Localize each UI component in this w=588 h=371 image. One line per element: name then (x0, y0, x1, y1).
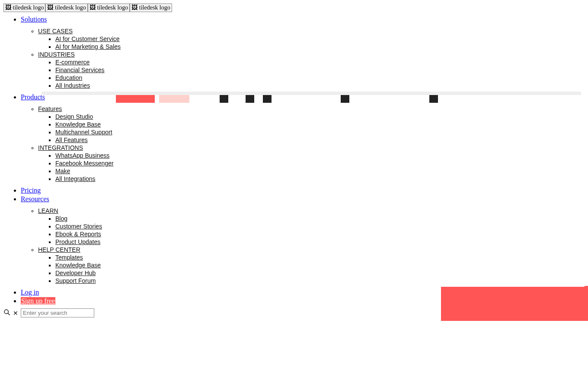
link-multichannel-support[interactable]: Multichannel Support (55, 129, 112, 136)
link-financial-services[interactable]: Financial Services (55, 67, 105, 73)
link-make[interactable]: Make (55, 168, 70, 174)
list-integrations: WhatsApp Business Facebook Messenger Mak… (38, 152, 585, 182)
link-ebook-reports[interactable]: Ebook & Reports (55, 231, 101, 238)
logo-image: tiledesk logo (88, 3, 130, 12)
link-all-industries[interactable]: All Industries (55, 82, 90, 89)
nav-products[interactable]: Products (21, 93, 45, 101)
link-customer-stories[interactable]: Customer Stories (55, 223, 102, 230)
link-all-features[interactable]: All Features (55, 136, 88, 143)
logo-link[interactable]: tiledesk logotiledesk logotiledesk logot… (3, 3, 172, 11)
search-icon[interactable] (3, 309, 10, 317)
link-knowledge-base-help[interactable]: Knowledge Base (55, 262, 101, 269)
svg-point-0 (4, 310, 8, 314)
main-nav: Solutions USE CASES AI for Customer Serv… (3, 16, 585, 305)
logo-image: tiledesk logo (3, 3, 45, 12)
svg-line-1 (8, 313, 10, 315)
list-industries: E-commerce Financial Services Education … (38, 59, 585, 89)
submenu-heading-integrations[interactable]: INTEGRATIONS (38, 144, 83, 151)
nav-signup[interactable]: Sign up free (21, 297, 55, 304)
link-education[interactable]: Education (55, 74, 82, 81)
link-ai-marketing-sales[interactable]: AI for Marketing & Sales (55, 43, 121, 50)
submenu-heading-features[interactable]: Features (38, 105, 62, 112)
link-all-integrations[interactable]: All Integrations (55, 175, 96, 182)
nav-solutions[interactable]: Solutions (21, 16, 47, 23)
close-icon[interactable]: ✕ (13, 310, 18, 317)
link-templates[interactable]: Templates (55, 254, 83, 261)
submenu-heading-industries[interactable]: INDUSTRIES (38, 51, 75, 58)
submenu-heading-learn[interactable]: LEARN (38, 207, 58, 214)
submenu-products: Features Design Studio Knowledge Base Mu… (21, 103, 585, 185)
nav-pricing[interactable]: Pricing (21, 187, 41, 194)
submenu-heading-help-center[interactable]: HELP CENTER (38, 246, 80, 253)
search-input[interactable] (21, 308, 94, 317)
list-features: Design Studio Knowledge Base Multichanne… (38, 113, 585, 143)
submenu-heading-use-cases[interactable]: USE CASES (38, 28, 73, 35)
link-product-updates[interactable]: Product Updates (55, 238, 100, 245)
logo-image: tiledesk logo (45, 3, 87, 12)
list-learn: Blog Customer Stories Ebook & Reports Pr… (38, 215, 585, 245)
nav-login[interactable]: Log in (21, 289, 39, 296)
logo-row: tiledesk logotiledesk logotiledesk logot… (3, 3, 585, 12)
link-design-studio[interactable]: Design Studio (55, 113, 93, 120)
link-blog[interactable]: Blog (55, 215, 67, 222)
link-ecommerce[interactable]: E-commerce (55, 59, 89, 66)
link-whatsapp-business[interactable]: WhatsApp Business (55, 152, 109, 159)
link-facebook-messenger[interactable]: Facebook Messenger (55, 160, 114, 167)
logo-image: tiledesk logo (130, 3, 172, 12)
link-knowledge-base-feature[interactable]: Knowledge Base (55, 121, 101, 128)
submenu-solutions: USE CASES AI for Customer Service AI for… (21, 25, 585, 92)
link-ai-customer-service[interactable]: AI for Customer Service (55, 35, 120, 42)
submenu-resources: LEARN Blog Customer Stories Ebook & Repo… (21, 205, 585, 287)
nav-resources[interactable]: Resources (21, 195, 49, 203)
link-support-forum[interactable]: Support Forum (55, 277, 96, 284)
search-row: ✕ (3, 308, 585, 317)
list-use-cases: AI for Customer Service AI for Marketing… (38, 35, 585, 50)
link-developer-hub[interactable]: Developer Hub (55, 270, 96, 276)
list-help-center: Templates Knowledge Base Developer Hub S… (38, 254, 585, 284)
